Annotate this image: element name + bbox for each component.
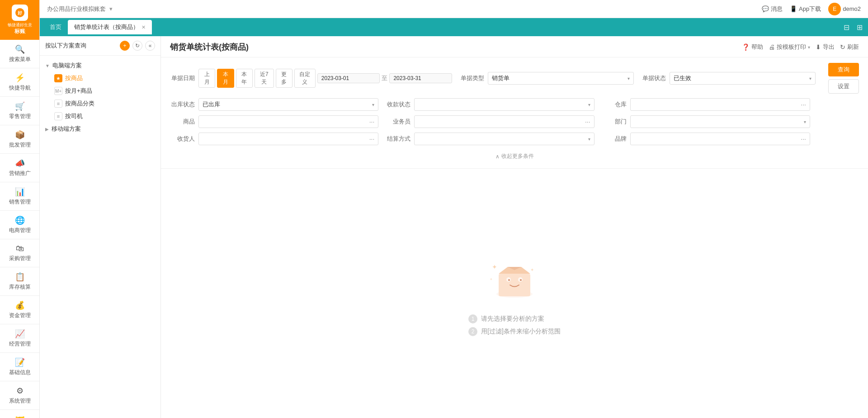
date-btn-this-month[interactable]: 本月 [217, 69, 234, 88]
warehouse-input[interactable]: ··· [630, 98, 810, 111]
settle-arrow [588, 137, 590, 142]
tab-maximize-btn[interactable]: ⊞ [855, 21, 864, 33]
recipient-dots[interactable]: ··· [369, 135, 375, 142]
collapse-up-icon: ∧ [495, 153, 500, 160]
scheme-icon-by-month-goods: M+ [54, 87, 62, 95]
sidebar-item-inventory[interactable]: 📋 库存核算 [0, 267, 39, 296]
recipient-input[interactable]: ··· [198, 133, 378, 145]
user-profile[interactable]: E demo2 [828, 3, 861, 15]
svg-text:✦: ✦ [490, 277, 493, 281]
help-btn[interactable]: ❓ 帮助 [742, 43, 763, 51]
hint-num-2: 2 [468, 327, 477, 336]
salesperson-input[interactable]: ··· [414, 115, 594, 128]
print-icon: 🖨 [769, 43, 775, 51]
tab-close-icon[interactable]: ✕ [142, 24, 146, 30]
refresh-icon: ↻ [840, 43, 845, 51]
sidebar-item-wholesale[interactable]: 📦 批发管理 [0, 125, 39, 154]
tree-node-pc[interactable]: ▼ 电脑端方案 [40, 59, 160, 72]
brand-dots[interactable]: ··· [801, 135, 806, 142]
date-to-input[interactable] [389, 73, 452, 83]
tab-sales-stats[interactable]: 销货单统计表（按商品） ✕ [68, 20, 152, 34]
collect-status-select[interactable] [414, 98, 594, 111]
date-separator: 至 [382, 74, 387, 82]
sidebar-item-marketing[interactable]: 📣 营销推广 [0, 154, 39, 182]
filter-out-status: 出库状态 已出库 [170, 98, 378, 111]
tab-restore-btn[interactable]: ⊟ [842, 21, 851, 33]
dept-select[interactable] [630, 115, 810, 128]
filter-doc-type: 单据类型 销货单 [459, 72, 634, 85]
app-download-btn[interactable]: 📱 App下载 [790, 5, 821, 13]
page-header: 销货单统计表(按商品) ❓ 帮助 🖨 按模板打印 ▾ ⬇ 导出 [161, 36, 868, 57]
doc-status-select[interactable]: 已生效 [670, 72, 816, 85]
dept-arrow [804, 119, 806, 124]
sidebar-item-search[interactable]: 🔍 搜索菜单 [0, 40, 39, 68]
collapse-panel-btn[interactable]: « [145, 41, 155, 51]
warehouse-label: 仓库 [602, 100, 627, 109]
date-label: 单据日期 [170, 74, 195, 82]
date-range-control: 上月 本月 本年 近7天 更多 自定义 至 [198, 69, 452, 88]
settings-btn[interactable]: 设置 [828, 79, 859, 94]
date-btn-last-month[interactable]: 上月 [198, 69, 215, 88]
refresh-scheme-btn[interactable]: ↻ [132, 41, 142, 51]
date-btn-this-year[interactable]: 本年 [236, 69, 253, 88]
print-btn[interactable]: 🖨 按模板打印 ▾ [769, 43, 810, 51]
workspace-label: 办公用品行业模拟账套 [47, 5, 106, 13]
refresh-btn[interactable]: ↻ 刷新 [840, 43, 859, 51]
salesperson-dots[interactable]: ··· [585, 118, 590, 125]
sidebar-item-basic[interactable]: 📝 基础信息 [0, 353, 39, 381]
brand-input[interactable]: ··· [630, 133, 810, 145]
filter-warehouse: 仓库 ··· [602, 98, 810, 111]
out-status-label: 出库状态 [170, 100, 195, 109]
date-from-input[interactable] [317, 73, 380, 83]
date-btn-custom[interactable]: 自定义 [294, 69, 316, 88]
doc-status-label: 单据状态 [641, 74, 666, 82]
filter-goods: 商品 ··· [170, 115, 378, 128]
filter-settle: 结算方式 [386, 133, 594, 145]
sidebar-item-system[interactable]: ⚙ 系统管理 [0, 381, 39, 410]
goods-dots[interactable]: ··· [369, 118, 375, 125]
sidebar-item-purchase[interactable]: 🛍 采购管理 [0, 239, 39, 267]
tree-node-mobile[interactable]: ▶ 移动端方案 [40, 123, 160, 135]
sidebar-item-operation[interactable]: 📈 经营管理 [0, 324, 39, 353]
message-btn[interactable]: 💬 消息 [762, 5, 783, 13]
tab-home[interactable]: 首页 [43, 20, 68, 34]
tree-child-by-category[interactable]: ≡ 按商品分类 [49, 97, 160, 110]
filter-row-3: 商品 ··· 业务员 ··· 部门 [170, 115, 859, 128]
svg-point-6 [508, 279, 510, 281]
tree-child-by-cashier[interactable]: ≡ 按司机 [49, 110, 160, 123]
svg-text:✦: ✦ [492, 263, 497, 271]
sidebar-item-sales[interactable]: 📊 销售管理 [0, 182, 39, 211]
export-btn[interactable]: ⬇ 导出 [816, 43, 835, 51]
filter-recipient: 收货人 ··· [170, 133, 378, 145]
date-btn-7days[interactable]: 近7天 [255, 69, 274, 88]
recipient-label: 收货人 [170, 135, 195, 143]
sidebar-item-cooperation[interactable]: 🤝 企业协同 [0, 410, 39, 418]
doc-status-arrow [809, 76, 811, 81]
warehouse-dots[interactable]: ··· [801, 101, 806, 108]
scheme-label-by-category: 按商品分类 [65, 100, 94, 108]
out-status-value: 已出库 [203, 100, 220, 109]
doc-type-select[interactable]: 销货单 [488, 72, 634, 85]
filter-dept: 部门 [602, 115, 810, 128]
tree-expand-mobile: ▶ [45, 127, 49, 132]
empty-hints: 1 请先选择要分析的方案 2 用[过滤]条件来缩小分析范围 [468, 314, 561, 336]
sidebar-item-finance[interactable]: 💰 资金管理 [0, 296, 39, 324]
settle-select[interactable] [414, 133, 594, 145]
out-status-arrow [372, 102, 374, 107]
sidebar-item-ecommerce[interactable]: 🌐 电商管理 [0, 211, 39, 239]
sidebar-item-retail[interactable]: 🛒 零售管理 [0, 97, 39, 125]
out-status-select[interactable]: 已出库 [198, 98, 378, 111]
workspace-dropdown-icon[interactable]: ▾ [109, 5, 113, 12]
filter-collect-status: 收款状态 [386, 98, 594, 111]
goods-input[interactable]: ··· [198, 115, 378, 128]
query-btn[interactable]: 查询 [828, 63, 859, 76]
sidebar-logo[interactable]: 好 畅捷通好生意 标账 [0, 0, 39, 40]
sidebar-item-quick-nav[interactable]: ⚡ 快捷导航 [0, 68, 39, 97]
collapse-bar[interactable]: ∧ 收起更多条件 [170, 150, 859, 163]
add-scheme-btn[interactable]: + [120, 41, 130, 51]
date-btn-more[interactable]: 更多 [276, 69, 292, 88]
tree-child-by-month-goods[interactable]: M+ 按月+商品 [49, 85, 160, 97]
filter-date: 单据日期 上月 本月 本年 近7天 更多 自定义 至 [170, 69, 452, 88]
doc-status-value: 已生效 [674, 74, 691, 82]
tree-child-by-goods[interactable]: ★ 按商品 [49, 72, 160, 85]
